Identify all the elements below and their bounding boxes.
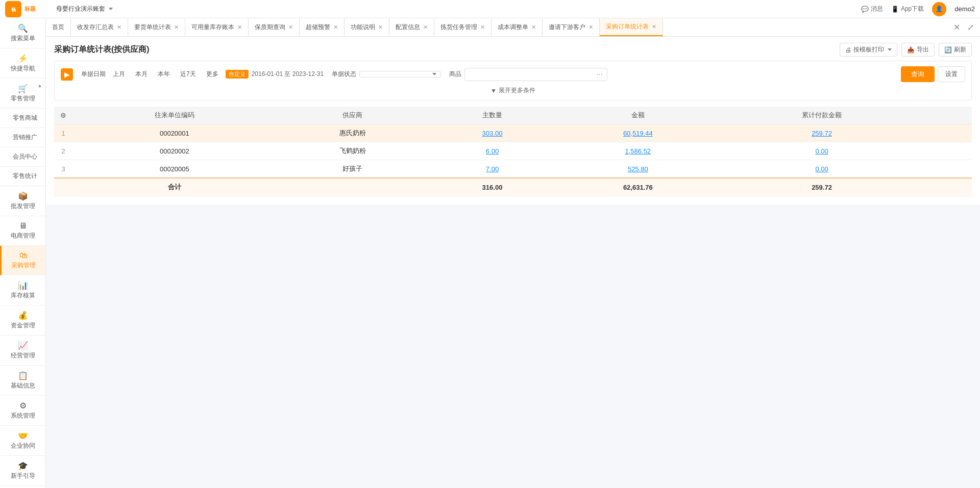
- goods-input[interactable]: ···: [464, 68, 607, 81]
- user-name: demo2: [954, 5, 975, 13]
- query-btn[interactable]: 查询: [901, 66, 935, 82]
- tab-picking-close[interactable]: ✕: [480, 24, 485, 31]
- table-row[interactable]: 1 00020001 惠氏奶粉 303.00 60,519.44 259.72: [54, 124, 972, 142]
- user-avatar[interactable]: 👤: [932, 2, 946, 16]
- tab-home[interactable]: 首页: [46, 18, 71, 36]
- settings-btn[interactable]: 设置: [938, 66, 965, 82]
- status-select[interactable]: [359, 71, 441, 78]
- tab-available-inventory-close[interactable]: ✕: [237, 24, 242, 31]
- top-bar: 畅 标题 母婴行业演示账套 💬 消息 📱 App下载 👤 demo2: [0, 0, 980, 18]
- date-filter-label: 单据日期: [81, 70, 106, 79]
- tab-shelf-life-close[interactable]: ✕: [288, 24, 293, 31]
- tab-invite-downstream-label: 邀请下游客户: [549, 23, 585, 32]
- sidebar-item-newguide[interactable]: 🎓 新手引导: [0, 456, 45, 486]
- sidebar-item-retail-mall[interactable]: 零售商城: [0, 109, 45, 128]
- tab-cost-adjust-close[interactable]: ✕: [531, 24, 536, 31]
- tab-receive-send[interactable]: 收发存汇总表 ✕: [71, 18, 128, 36]
- tab-picking[interactable]: 拣货任务管理 ✕: [434, 18, 492, 36]
- goods-more-icon[interactable]: ···: [596, 70, 603, 79]
- expand-more-btn[interactable]: ▼ 展开更多条件: [61, 86, 965, 95]
- row-paid[interactable]: 0.00: [720, 142, 924, 160]
- newguide-icon: 🎓: [18, 461, 28, 471]
- tab-config-close[interactable]: ✕: [423, 24, 428, 31]
- th-supplier: 供应商: [277, 107, 429, 124]
- tab-function-label: 功能说明: [351, 23, 375, 32]
- tab-function-close[interactable]: ✕: [378, 24, 383, 31]
- sidebar-item-ops[interactable]: 📈 经营管理: [0, 336, 45, 366]
- row-paid[interactable]: 0.00: [720, 160, 924, 178]
- tab-overstock-close[interactable]: ✕: [333, 24, 338, 31]
- sidebar-item-system[interactable]: ⚙ 系统管理: [0, 396, 45, 426]
- th-amount: 金额: [556, 107, 720, 124]
- app-download-btn[interactable]: 📱 App下载: [891, 5, 924, 13]
- tab-shelf-life[interactable]: 保质期查询 ✕: [249, 18, 300, 36]
- tab-available-inventory[interactable]: 可用量库存账本 ✕: [185, 18, 249, 36]
- sidebar-item-ecommerce[interactable]: 🖥 电商管理: [0, 216, 45, 246]
- sidebar-label-member: 会员中心: [13, 153, 37, 160]
- sidebar-item-corp[interactable]: 🤝 企业协同: [0, 426, 45, 456]
- table-row[interactable]: 2 00020002 飞鹤奶粉 6.00 1,586.52 0.00: [54, 142, 972, 160]
- sidebar-item-search[interactable]: 🔍 搜索菜单: [0, 18, 45, 48]
- tab-purchase-order-stat-close[interactable]: ✕: [652, 23, 656, 30]
- refresh-icon: 🔄: [944, 46, 952, 54]
- export-btn[interactable]: 📤 导出: [901, 43, 935, 57]
- sidebar-item-finance[interactable]: 💰 资金管理: [0, 305, 45, 336]
- tab-receive-send-label: 收发存汇总表: [77, 23, 114, 32]
- print-btn[interactable]: 🖨 按模板打印: [840, 43, 897, 57]
- tab-requisition[interactable]: 要货单统计表 ✕: [128, 18, 185, 36]
- shortcut-last-month[interactable]: 上月: [109, 69, 129, 80]
- tab-receive-send-close[interactable]: ✕: [117, 24, 121, 31]
- th-qty: 主数量: [429, 107, 556, 124]
- th-paid: 累计付款金额: [720, 107, 924, 124]
- inventory-icon: 📊: [18, 280, 28, 290]
- row-qty[interactable]: 303.00: [429, 124, 556, 142]
- sidebar-item-appcenter[interactable]: 🗂 应用中心: [0, 486, 45, 488]
- sidebar-item-inventory[interactable]: 📊 库存核算: [0, 275, 45, 305]
- row-qty[interactable]: 7.00: [429, 160, 556, 178]
- row-amount[interactable]: 525.80: [556, 160, 720, 178]
- logo-area: 畅 标题: [5, 1, 51, 17]
- shortcut-this-year[interactable]: 本年: [154, 69, 174, 80]
- sidebar-item-wholesale[interactable]: 📦 批发管理: [0, 186, 45, 216]
- table-row[interactable]: 3 00020005 好孩子 7.00 525.80 0.00: [54, 160, 972, 178]
- tab-purchase-order-stat[interactable]: 采购订单统计表 ✕: [600, 18, 663, 36]
- filter-toggle-btn[interactable]: ▶: [61, 68, 73, 81]
- sidebar-item-member[interactable]: 会员中心: [0, 147, 45, 167]
- shortcut-7days[interactable]: 近7天: [176, 69, 200, 80]
- workspace-selector[interactable]: 母婴行业演示账套: [51, 5, 861, 13]
- sidebar-item-retail-stat[interactable]: 零售统计: [0, 167, 45, 186]
- footer-extra: [924, 178, 972, 196]
- tab-picking-label: 拣货任务管理: [440, 23, 477, 32]
- sidebar-label-wholesale: 批发管理: [11, 202, 35, 211]
- custom-date-badge[interactable]: 自定义: [226, 70, 249, 79]
- sidebar-item-basic[interactable]: 📋 基础信息: [0, 366, 45, 396]
- row-paid[interactable]: 259.72: [720, 124, 924, 142]
- status-dropdown-icon: [432, 73, 436, 75]
- refresh-btn[interactable]: 🔄 刷新: [939, 43, 972, 57]
- shortcut-more[interactable]: 更多: [202, 69, 223, 80]
- sidebar-item-quicknav[interactable]: ⚡ 快捷导航: [0, 48, 45, 79]
- tab-invite-downstream[interactable]: 邀请下游客户 ✕: [543, 18, 600, 36]
- tab-cost-adjust[interactable]: 成本调整单 ✕: [492, 18, 543, 36]
- sidebar-item-marketing[interactable]: 营销推广: [0, 128, 45, 147]
- message-btn[interactable]: 💬 消息: [861, 5, 883, 13]
- sidebar-item-purchase[interactable]: 🛍 采购管理: [0, 246, 45, 275]
- expand-arrow-icon: ▲: [37, 83, 42, 88]
- filter-group-date: 单据日期 上月 本月 本年 近7天 更多 自定义: [81, 69, 324, 80]
- settings-col-icon[interactable]: ⚙: [60, 112, 66, 119]
- sidebar-label-retail-mall: 零售商城: [13, 114, 37, 121]
- tab-invite-downstream-close[interactable]: ✕: [589, 24, 593, 31]
- tab-config[interactable]: 配置信息 ✕: [389, 18, 434, 36]
- tab-maximize-btn[interactable]: ⤢: [965, 22, 976, 32]
- sidebar-item-retail[interactable]: 🛒 零售管理 ▲: [0, 79, 45, 109]
- shortcut-this-month[interactable]: 本月: [131, 69, 152, 80]
- export-icon: 📤: [907, 46, 915, 54]
- tab-overstock[interactable]: 超储预警 ✕: [300, 18, 345, 36]
- tab-function[interactable]: 功能说明 ✕: [345, 18, 389, 36]
- tab-requisition-close[interactable]: ✕: [174, 24, 179, 31]
- search-icon: 🔍: [18, 23, 28, 33]
- row-qty[interactable]: 6.00: [429, 142, 556, 160]
- row-amount[interactable]: 60,519.44: [556, 124, 720, 142]
- tab-close-all-btn[interactable]: ✕: [951, 22, 962, 32]
- row-amount[interactable]: 1,586.52: [556, 142, 720, 160]
